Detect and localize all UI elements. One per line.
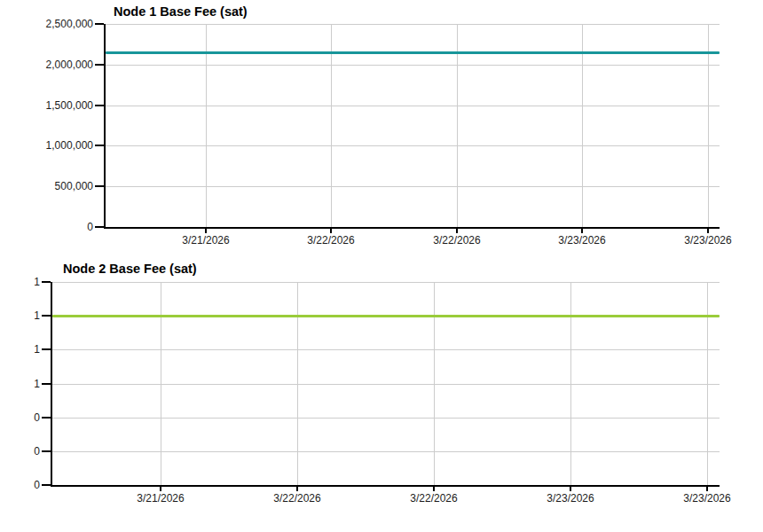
y-tick-label: 0 <box>0 411 40 425</box>
x-tick-label: 3/23/2026 <box>531 491 610 505</box>
y-tick-mark <box>42 348 51 350</box>
v-gridline <box>707 282 708 485</box>
x-tick-label: 3/21/2026 <box>121 491 201 505</box>
y-tick-label: 1 <box>0 377 40 391</box>
h-gridline <box>52 418 720 419</box>
y-tick-label: 1 <box>0 275 40 289</box>
y-tick-label: 0 <box>0 478 40 492</box>
y-tick-mark <box>42 450 51 452</box>
v-gridline <box>434 282 435 485</box>
v-gridline <box>161 282 161 485</box>
y-tick-mark <box>42 315 51 317</box>
y-tick-mark <box>42 281 51 283</box>
x-tick-label: 3/23/2026 <box>667 491 747 505</box>
y-tick-mark <box>42 417 51 419</box>
node-2-base-fee-chart: Node 2 Base Fee (sat) 11110003/21/20263/… <box>0 0 763 532</box>
y-tick-mark <box>42 383 51 385</box>
x-tick-label: 3/22/2026 <box>257 491 337 505</box>
charts-canvas: Node 1 Base Fee (sat) 2,500,0002,000,000… <box>0 0 763 532</box>
h-gridline <box>52 349 720 350</box>
v-gridline <box>570 282 571 485</box>
x-tick-label: 3/22/2026 <box>394 491 474 505</box>
series-line-2 <box>52 315 720 317</box>
v-gridline <box>297 282 298 485</box>
h-gridline <box>52 384 720 385</box>
chart-title: Node 2 Base Fee (sat) <box>63 262 197 276</box>
y-tick-mark <box>42 484 51 486</box>
y-tick-label: 0 <box>0 444 40 458</box>
h-gridline <box>52 451 720 452</box>
y-tick-label: 1 <box>0 309 40 323</box>
h-gridline <box>52 282 720 283</box>
y-tick-label: 1 <box>0 342 40 356</box>
